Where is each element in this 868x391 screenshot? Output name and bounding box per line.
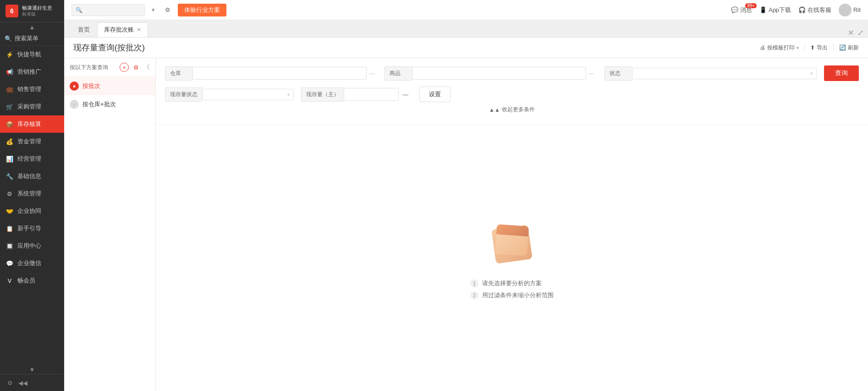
sidebar-search-item[interactable]: 🔍 搜索菜单 [0, 32, 64, 46]
messages-badge: 99+ [745, 3, 757, 8]
online-service-label: 在线客服 [808, 6, 831, 14]
sidebar-item-label: 采购管理 [17, 103, 41, 111]
tab-panel-close-icon[interactable]: ✕ [848, 28, 854, 37]
sidebar-item-purchase[interactable]: 🛒 采购管理 [0, 98, 64, 115]
collapse-arrow-icon: ▲▲ [489, 107, 500, 113]
sidebar-header: 6 畅康通好生意 标准版 [0, 0, 64, 22]
messages-action[interactable]: 💬 消息 99+ [731, 6, 752, 14]
empty-box-lid [496, 224, 529, 236]
product-more-icon[interactable]: ··· [586, 70, 597, 77]
export-btn[interactable]: ⬆ 导出 [810, 44, 828, 52]
page-header: 现存量查询(按批次) 🖨 按模板打印 ▾ ⬆ 导出 🔄 [64, 38, 868, 58]
status-select[interactable]: ▾ [632, 68, 817, 79]
tab-home[interactable]: 首页 [71, 22, 96, 37]
sidebar-item-label: 经营管理 [17, 155, 41, 163]
stock-status-filter-group: 现存量状态 ▾ [165, 87, 294, 102]
scheme-warehouse-batch-label: 按仓库+批次 [82, 100, 116, 109]
sidebar-item-label: 销售管理 [17, 85, 41, 93]
topbar-dropdown-icon[interactable]: ▾ [148, 5, 158, 15]
basic-icon: 🔧 [5, 172, 14, 180]
topbar-search-box[interactable]: 🔍 [71, 4, 145, 16]
filter-row-2: 现存量状态 ▾ 现存量（主） [165, 87, 859, 102]
product-input[interactable] [412, 67, 586, 80]
edition-label: 标准版 [22, 11, 52, 17]
main-layout: 按以下方案查询 + ⚙ 《 ● 按批次 ○ 按仓库+批次 [64, 58, 868, 391]
print-btn[interactable]: 🖨 按模板打印 ▾ [760, 44, 799, 52]
sidebar-item-label: 企业微信 [17, 259, 41, 267]
guide-icon: 📋 [5, 224, 14, 233]
empty-state: 1 请先选择要分析的方案 2 用过滤条件来缩小分析范围 [156, 125, 868, 391]
app-download-action[interactable]: 📱 App下载 [759, 6, 791, 14]
topbar-settings-icon[interactable]: ⚙ [161, 4, 174, 16]
footer-collapse-icon[interactable]: ◀◀ [18, 378, 27, 387]
stock-amount-filter-group: 现存量（主） — [301, 87, 412, 102]
sidebar-scroll-up[interactable]: ▲ [0, 22, 64, 32]
print-dropdown-icon[interactable]: ▾ [797, 45, 799, 50]
sidebar-item-member[interactable]: V 畅会员 [0, 272, 64, 289]
hint-text-1: 请先选择要分析的方案 [482, 279, 542, 288]
wechat-icon: 💬 [5, 259, 14, 267]
sidebar-item-enterprise[interactable]: 🤝 企业协同 [0, 202, 64, 220]
online-service-icon: 🎧 [798, 6, 806, 13]
scheme-item-batch[interactable]: ● 按批次 [64, 77, 155, 95]
stock-amount-label: 现存量（主） [301, 87, 344, 102]
sidebar-item-marketing[interactable]: 📢 营销推广 [0, 63, 64, 81]
user-action[interactable]: Rit [839, 4, 861, 16]
main-area: 🔍 ▾ ⚙ 体验行业方案 💬 消息 99+ 📱 App下载 🎧 [64, 0, 868, 391]
search-menu-icon: 🔍 [5, 35, 12, 42]
topbar-right: 💬 消息 99+ 📱 App下载 🎧 在线客服 Rit [731, 4, 861, 16]
collapse-conditions-btn[interactable]: ▲▲ 收起更多条件 [165, 102, 859, 117]
query-button[interactable]: 查询 [824, 65, 859, 81]
left-panel-actions: + ⚙ 《 [120, 63, 150, 72]
hint-item-1: 1 请先选择要分析的方案 [470, 279, 554, 288]
tab-inventory-batch[interactable]: 库存批次账 ✕ [97, 22, 148, 37]
purchase-icon: 🛒 [5, 103, 14, 111]
warehouse-input[interactable] [192, 67, 367, 80]
tab-panel-expand-icon[interactable]: ⤢ [857, 28, 863, 37]
sidebar-item-appstore[interactable]: 🔲 应用中心 [0, 237, 64, 255]
settings-button[interactable]: 设置 [419, 87, 450, 102]
add-scheme-icon[interactable]: + [120, 63, 129, 72]
empty-illustration [484, 217, 539, 272]
scheme-batch-label: 按批次 [82, 82, 100, 90]
sidebar-item-wechat[interactable]: 💬 企业微信 [0, 255, 64, 272]
topbar-search-icon: 🔍 [76, 7, 82, 13]
finance-icon: 💰 [5, 137, 14, 146]
sidebar-scroll-down[interactable]: ▼ [0, 365, 64, 374]
export-label: 导出 [817, 44, 828, 52]
sidebar-item-inventory[interactable]: 📦 库存核算 [0, 115, 64, 133]
sidebar-search-label: 搜索菜单 [15, 34, 38, 43]
print-label: 按模板打印 [767, 44, 795, 52]
online-service-action[interactable]: 🎧 在线客服 [798, 6, 831, 14]
sidebar-item-system[interactable]: ⚙ 系统管理 [0, 185, 64, 202]
status-label: 状态 [604, 66, 632, 81]
collapse-left-panel-icon[interactable]: 《 [143, 63, 150, 71]
sidebar-item-label: 畅会员 [17, 277, 35, 285]
sidebar-item-guide[interactable]: 📋 新手引导 [0, 220, 64, 237]
sidebar-item-basic[interactable]: 🔧 基础信息 [0, 168, 64, 185]
warehouse-more-icon[interactable]: ··· [367, 70, 378, 77]
app-title-block: 畅康通好生意 标准版 [22, 5, 52, 17]
stock-amount-min-input[interactable] [344, 88, 399, 101]
warehouse-label: 仓库 [165, 66, 192, 81]
username-label: Rit [853, 6, 861, 13]
manage-scheme-icon[interactable]: ⚙ [132, 63, 141, 72]
sidebar-item-sales[interactable]: 💼 销售管理 [0, 81, 64, 98]
footer-settings-icon[interactable]: ⚙ [5, 378, 15, 387]
inventory-icon: 📦 [5, 120, 14, 128]
print-icon: 🖨 [760, 44, 765, 51]
stock-status-select[interactable]: ▾ [202, 89, 294, 100]
shortcut-icon: ⚡ [5, 50, 14, 59]
scheme-item-warehouse-batch[interactable]: ○ 按仓库+批次 [64, 95, 155, 114]
refresh-btn[interactable]: 🔄 刷新 [839, 44, 859, 52]
industry-btn[interactable]: 体验行业方案 [178, 4, 226, 16]
stock-status-label: 现存量状态 [165, 87, 202, 102]
app-download-label: App下载 [769, 6, 791, 14]
topbar: 🔍 ▾ ⚙ 体验行业方案 💬 消息 99+ 📱 App下载 🎧 [64, 0, 868, 20]
sidebar-item-shortcut[interactable]: ⚡ 快捷导航 [0, 46, 64, 63]
tab-close-icon[interactable]: ✕ [137, 27, 141, 33]
sidebar-item-operations[interactable]: 📊 经营管理 [0, 150, 64, 168]
sidebar-item-finance[interactable]: 💰 资金管理 [0, 133, 64, 150]
company-name: 畅康通好生意 [22, 5, 52, 11]
page-actions: 🖨 按模板打印 ▾ ⬆ 导出 🔄 刷新 [760, 44, 859, 52]
